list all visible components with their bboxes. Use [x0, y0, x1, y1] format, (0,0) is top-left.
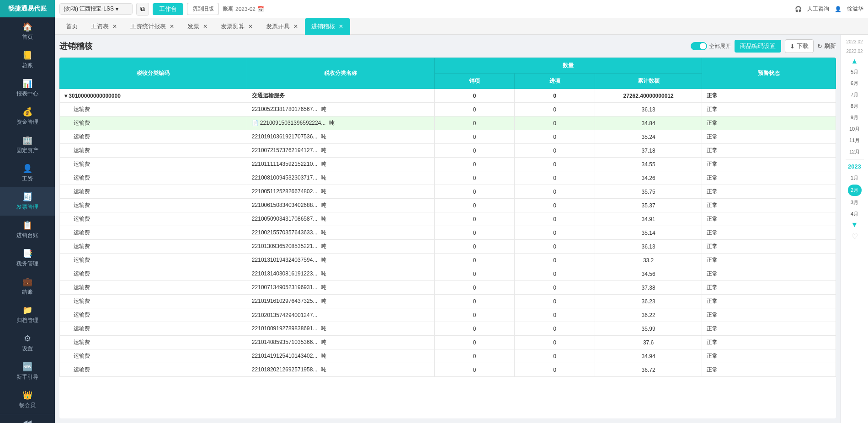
- purchase-cell: 0: [515, 308, 595, 322]
- cumulative-cell: 33.2: [595, 254, 702, 267]
- sidebar-item-setting[interactable]: ⚙ 设置: [0, 329, 55, 357]
- purchase-cell: 0: [515, 336, 595, 349]
- calendar-icon: 📅: [257, 6, 264, 12]
- tax-name-text: 22101820212692571958...: [252, 366, 317, 373]
- cumulative-cell: 35.14: [595, 226, 702, 240]
- sidebar-item-home[interactable]: 🏠 首页: [0, 17, 55, 46]
- sidebar-item-ledger[interactable]: 📒 总账: [0, 46, 55, 74]
- tab-invoice-close[interactable]: ✕: [203, 23, 208, 30]
- product-setting-button[interactable]: 商品编码设置: [735, 40, 781, 53]
- toggle-expand-control[interactable]: 全部展开: [691, 42, 731, 50]
- sidebar-item-fund[interactable]: 💰 资金管理: [0, 102, 55, 131]
- sales-cell: 0: [434, 89, 515, 103]
- status-cell: 正常: [702, 226, 836, 240]
- sidebar-item-sales[interactable]: 📋 进销台账: [0, 216, 55, 244]
- tab-invoice-calc-close[interactable]: ✕: [248, 23, 253, 30]
- period-label: 账期: [223, 5, 234, 13]
- refresh-button[interactable]: ↻ 刷新: [817, 42, 836, 50]
- tax-name-text: 22100713490523196931...: [252, 284, 317, 291]
- sidebar-item-invoice[interactable]: 🧾 发票管理: [0, 187, 55, 216]
- tabbar: 首页 工资表 ✕ 工资统计报表 ✕ 发票 ✕ 发票测算 ✕ 发票开具 ✕ 进销稽…: [55, 18, 868, 35]
- home-icon: 🏠: [22, 22, 32, 32]
- tab-home[interactable]: 首页: [59, 18, 85, 35]
- purchase-cell: 0: [515, 363, 595, 377]
- right-panel-oct[interactable]: 10月: [841, 123, 868, 135]
- pin-icon: ◀◀: [23, 419, 32, 423]
- tab-salary-table-close[interactable]: ✕: [112, 23, 117, 30]
- download-button[interactable]: ⬇ 下载: [785, 39, 814, 53]
- sidebar-item-filing[interactable]: 📁 归档管理: [0, 301, 55, 329]
- purchase-cell: 0: [515, 103, 595, 116]
- sidebar-item-guide[interactable]: 🆕 新手引导: [0, 357, 55, 386]
- purchase-cell: 0: [515, 130, 595, 144]
- right-panel-sep[interactable]: 9月: [841, 112, 868, 123]
- tab-invoice-open-close[interactable]: ✕: [293, 23, 298, 30]
- sales-cell: 0: [434, 144, 515, 158]
- tab-sales-check-label: 进销稽核: [311, 22, 335, 31]
- right-panel-nov[interactable]: 11月: [841, 135, 868, 146]
- right-panel-date-2: 2023.02: [841, 47, 868, 56]
- item-name-cell: 运输费: [60, 281, 247, 295]
- tab-salary-stat-close[interactable]: ✕: [170, 23, 174, 30]
- right-panel-dec[interactable]: 12月: [841, 146, 868, 158]
- sidebar-item-close[interactable]: 💼 结账: [0, 272, 55, 301]
- company-selector[interactable]: (勿动) 江西报宝-LSS ▾: [59, 3, 133, 15]
- scroll-down-button[interactable]: ▼: [850, 220, 859, 230]
- item-tax-name-cell: 22101419125410143402...吨: [247, 349, 434, 363]
- item-tax-name-cell: 22100215570357643633...吨: [247, 226, 434, 240]
- sales-cell: 0: [434, 185, 515, 199]
- right-panel-may[interactable]: 5月: [841, 66, 868, 78]
- expand-toggle-switch[interactable]: [691, 42, 707, 50]
- pin-toggle[interactable]: ◀◀ 取消固定: [0, 414, 55, 423]
- cumulative-cell: 34.55: [595, 158, 702, 171]
- cumulative-cell: 37.6: [595, 336, 702, 349]
- scroll-up-button[interactable]: ▲: [850, 56, 859, 66]
- right-panel-jul[interactable]: 7月: [841, 89, 868, 100]
- sidebar-item-asset[interactable]: 🏢 固定资产: [0, 131, 55, 159]
- table-row: 运输费22100615083403402688...吨0035.37正常: [60, 199, 836, 212]
- item-name-cell: 运输费: [60, 322, 247, 336]
- cumulative-cell: 34.84: [595, 116, 702, 130]
- right-panel-mar[interactable]: 3月: [841, 197, 868, 208]
- sidebar-item-member[interactable]: 👑 畅会员: [0, 386, 55, 414]
- tax-name-text: 22101419125410143402...: [252, 353, 317, 359]
- right-panel-aug[interactable]: 8月: [841, 100, 868, 112]
- sidebar-item-report[interactable]: 📊 报表中心: [0, 74, 55, 102]
- tab-salary-table[interactable]: 工资表 ✕: [85, 18, 124, 35]
- right-panel-apr[interactable]: 4月: [841, 208, 868, 220]
- filing-icon: 📁: [22, 305, 32, 315]
- unit-text: 吨: [321, 161, 326, 167]
- tax-name-text: 22100615083403402688...: [252, 202, 317, 208]
- right-panel-jun[interactable]: 6月: [841, 78, 868, 89]
- tab-salary-stat-label: 工资统计报表: [130, 22, 166, 31]
- item-tax-name-cell: 22101910361921707536...吨: [247, 130, 434, 144]
- table-row: 运输费22101309365208535221...吨0036.13正常: [60, 240, 836, 254]
- sidebar: 畅捷通易代账 🏠 首页 📒 总账 📊 报表中心 💰 资金管理 🏢 固定资产 👤 …: [0, 0, 55, 423]
- cumulative-cell: 35.75: [595, 185, 702, 199]
- purchase-cell: 0: [515, 240, 595, 254]
- page-title: 进销稽核: [59, 41, 92, 52]
- sidebar-item-label: 新手引导: [16, 373, 38, 381]
- guide-icon: 🆕: [22, 362, 32, 372]
- item-name-cell: 运输费: [60, 116, 247, 130]
- expand-icon[interactable]: ▾: [64, 93, 69, 99]
- purchase-cell: 0: [515, 226, 595, 240]
- copy-button[interactable]: ⧉: [136, 3, 149, 16]
- sidebar-item-salary[interactable]: 👤 工资: [0, 159, 55, 187]
- switch-version-button[interactable]: 切到旧版: [187, 3, 219, 15]
- tab-sales-check[interactable]: 进销稽核 ✕: [305, 18, 350, 35]
- workbench-button[interactable]: 工作台: [153, 3, 183, 15]
- item-name-cell: 运输费: [60, 158, 247, 171]
- right-panel-feb[interactable]: 2月: [848, 185, 862, 196]
- right-panel-jan[interactable]: 1月: [841, 172, 868, 184]
- sidebar-item-label: 畅会员: [19, 402, 36, 409]
- unit-text: 吨: [321, 353, 326, 359]
- tab-salary-stat[interactable]: 工资统计报表 ✕: [124, 18, 181, 35]
- sidebar-item-tax[interactable]: 📑 税务管理: [0, 244, 55, 272]
- tab-invoice[interactable]: 发票 ✕: [181, 18, 214, 35]
- tab-sales-check-close[interactable]: ✕: [339, 23, 343, 30]
- tab-invoice-calc[interactable]: 发票测算 ✕: [214, 18, 260, 35]
- tab-invoice-open[interactable]: 发票开具 ✕: [260, 18, 305, 35]
- status-cell: 正常: [702, 171, 836, 185]
- favorite-icon[interactable]: ♡: [852, 232, 858, 241]
